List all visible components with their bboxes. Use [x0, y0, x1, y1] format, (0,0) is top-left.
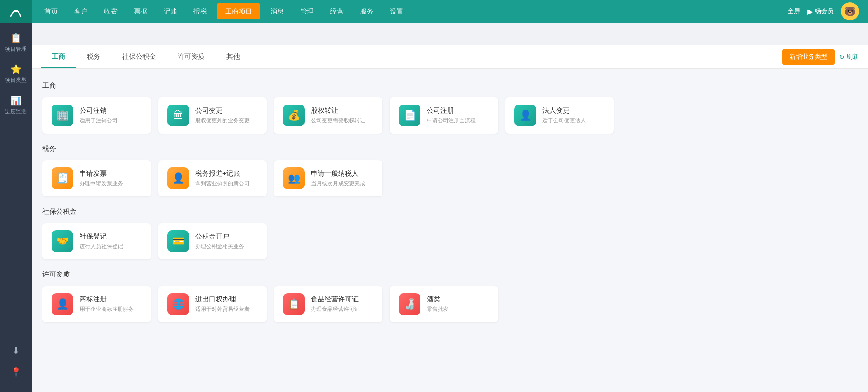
left-sidebar: 📋项目管理⭐项目类型📊进度监测 ⬇📍 — [0, 23, 32, 392]
card-3-0[interactable]: 👤 商标注册 用于企业商标注册服务 — [42, 286, 151, 322]
sidebar-bottom-item-1[interactable]: 📍 — [0, 361, 32, 383]
card-1-1[interactable]: 👤 税务报道+记账 拿到营业执照的新公司 — [158, 160, 267, 196]
card-desc-1-0: 办理申请发票业务 — [80, 180, 123, 187]
card-desc-0-2: 公司变更需要股权转让 — [311, 117, 365, 124]
card-text-1-0: 申请发票 办理申请发票业务 — [80, 169, 123, 187]
card-desc-0-4: 适于公司变更法人 — [542, 117, 586, 124]
nav-item-设置[interactable]: 设置 — [382, 0, 411, 23]
card-desc-2-1: 办理公积金相关业务 — [195, 243, 244, 250]
nav-item-报税[interactable]: 报税 — [185, 0, 215, 23]
nav-item-经营[interactable]: 经营 — [322, 0, 352, 23]
card-2-1[interactable]: 💳 公积金开户 办理公积金相关业务 — [158, 223, 267, 259]
sidebar-item-0[interactable]: 📋项目管理 — [5, 27, 27, 58]
card-icon-1-1: 👤 — [167, 167, 189, 189]
card-desc-0-0: 适用于注销公司 — [80, 117, 118, 124]
card-title-1-0: 申请发票 — [80, 169, 123, 178]
card-0-3[interactable]: 📄 公司注册 申请公司注册全流程 — [390, 97, 498, 134]
nav-item-工商项目[interactable]: 工商项目 — [217, 3, 260, 19]
card-1-0[interactable]: 🧾 申请发票 办理申请发票业务 — [42, 160, 151, 196]
nav-item-票据[interactable]: 票据 — [126, 0, 156, 23]
card-0-1[interactable]: 🏛 公司变更 股权变更外的业务变更 — [158, 97, 267, 134]
card-title-0-4: 法人变更 — [542, 106, 586, 115]
card-icon-0-4: 👤 — [514, 105, 536, 126]
fullscreen-icon: ⛶ — [778, 7, 786, 15]
content-area: 工商 🏢 公司注销 适用于注销公司 🏛 公司变更 股权变更外的业务变更 💰 股权… — [32, 69, 868, 392]
sidebar-item-2[interactable]: 📊进度监测 — [5, 90, 27, 121]
card-1-2[interactable]: 👥 申请一般纳税人 当月或次月成变更完成 — [274, 160, 382, 196]
cards-grid-0: 🏢 公司注销 适用于注销公司 🏛 公司变更 股权变更外的业务变更 💰 股权转让 … — [42, 97, 857, 134]
card-0-0[interactable]: 🏢 公司注销 适用于注销公司 — [42, 97, 151, 134]
card-icon-1-0: 🧾 — [52, 167, 73, 189]
member-label: 畅会员 — [815, 7, 834, 15]
sidebar-label-0: 项目管理 — [5, 45, 27, 53]
nav-item-记账[interactable]: 记账 — [156, 0, 185, 23]
card-icon-3-2: 📋 — [283, 293, 305, 315]
card-3-1[interactable]: 🌐 进出口权办理 适用于对外贸易经营者 — [158, 286, 267, 322]
nav-item-管理[interactable]: 管理 — [292, 0, 322, 23]
card-icon-3-0: 👤 — [52, 293, 73, 315]
sidebar-bottom-icon-0: ⬇ — [12, 345, 20, 356]
card-3-2[interactable]: 📋 食品经营许可证 办理食品经营许可证 — [274, 286, 382, 322]
fullscreen-button[interactable]: ⛶ 全屏 — [778, 7, 800, 15]
card-text-2-1: 公积金开户 办理公积金相关业务 — [195, 232, 244, 250]
card-title-3-1: 进出口权办理 — [195, 295, 250, 304]
card-icon-0-2: 💰 — [283, 105, 305, 126]
sidebar-bottom: ⬇📍 — [0, 339, 32, 392]
nav-item-服务[interactable]: 服务 — [352, 0, 382, 23]
card-text-1-1: 税务报道+记账 拿到营业执照的新公司 — [195, 169, 250, 187]
sidebar-bottom-item-0[interactable]: ⬇ — [0, 339, 32, 361]
section-title-0: 工商 — [42, 81, 857, 90]
tab-许可资质[interactable]: 许可资质 — [167, 45, 216, 68]
nav-right: ⛶ 全屏 ▶ 畅会员 🐻 — [778, 2, 868, 20]
add-business-type-button[interactable]: 新增业务类型 — [782, 49, 835, 65]
card-icon-3-1: 🌐 — [167, 293, 189, 315]
card-icon-1-2: 👥 — [283, 167, 305, 189]
card-text-3-3: 酒类 零售批发 — [427, 295, 448, 313]
card-title-1-2: 申请一般纳税人 — [311, 169, 365, 178]
card-icon-2-0: 🤝 — [52, 230, 73, 252]
tabs: 工商税务社保公积金许可资质其他 — [41, 45, 251, 68]
main-content: 工商税务社保公积金许可资质其他 新增业务类型 ↻ 刷新 工商 🏢 公司注销 适用… — [32, 45, 868, 392]
card-title-3-3: 酒类 — [427, 295, 448, 304]
tab-税务[interactable]: 税务 — [76, 45, 111, 68]
tab-社保公积金[interactable]: 社保公积金 — [111, 45, 167, 68]
cards-grid-2: 🤝 社保登记 进行人员社保登记 💳 公积金开户 办理公积金相关业务 — [42, 223, 857, 259]
refresh-button[interactable]: ↻ 刷新 — [839, 53, 859, 61]
sidebar-icon-0: 📋 — [10, 33, 22, 43]
top-navigation: 首页客户收费票据记账报税工商项目消息管理经营服务设置 ⛶ 全屏 ▶ 畅会员 🐻 — [0, 0, 868, 23]
nav-item-消息[interactable]: 消息 — [262, 0, 292, 23]
card-text-3-1: 进出口权办理 适用于对外贸易经营者 — [195, 295, 250, 313]
tab-工商[interactable]: 工商 — [41, 45, 76, 68]
sidebar-label-2: 进度监测 — [5, 108, 27, 115]
card-desc-3-2: 办理食品经营许可证 — [311, 306, 360, 313]
card-desc-1-1: 拿到营业执照的新公司 — [195, 180, 250, 187]
avatar[interactable]: 🐻 — [841, 2, 859, 20]
cards-grid-1: 🧾 申请发票 办理申请发票业务 👤 税务报道+记账 拿到营业执照的新公司 👥 申… — [42, 160, 857, 196]
card-2-0[interactable]: 🤝 社保登记 进行人员社保登记 — [42, 223, 151, 259]
sidebar-icon-1: ⭐ — [10, 64, 22, 75]
card-text-2-0: 社保登记 进行人员社保登记 — [80, 232, 123, 250]
member-button[interactable]: ▶ 畅会员 — [807, 7, 834, 16]
nav-items: 首页客户收费票据记账报税工商项目消息管理经营服务设置 — [32, 0, 778, 23]
card-3-3[interactable]: 🍶 酒类 零售批发 — [390, 286, 498, 322]
card-0-4[interactable]: 👤 法人变更 适于公司变更法人 — [505, 97, 614, 134]
card-title-0-3: 公司注册 — [427, 106, 476, 115]
card-desc-3-1: 适用于对外贸易经营者 — [195, 306, 250, 313]
card-text-0-4: 法人变更 适于公司变更法人 — [542, 106, 586, 124]
card-text-0-1: 公司变更 股权变更外的业务变更 — [195, 106, 250, 124]
card-0-2[interactable]: 💰 股权转让 公司变更需要股权转让 — [274, 97, 382, 134]
section-title-3: 许可资质 — [42, 270, 857, 279]
card-title-3-0: 商标注册 — [80, 295, 134, 304]
nav-item-首页[interactable]: 首页 — [36, 0, 66, 23]
sidebar-item-1[interactable]: ⭐项目类型 — [5, 58, 27, 90]
card-desc-0-3: 申请公司注册全流程 — [427, 117, 476, 124]
sidebar-bottom-icon-1: 📍 — [10, 367, 22, 378]
card-icon-0-0: 🏢 — [52, 105, 73, 126]
nav-item-收费[interactable]: 收费 — [96, 0, 126, 23]
nav-item-客户[interactable]: 客户 — [66, 0, 96, 23]
card-icon-0-3: 📄 — [399, 105, 420, 126]
card-title-2-1: 公积金开户 — [195, 232, 244, 241]
tab-其他[interactable]: 其他 — [216, 45, 251, 68]
card-title-3-2: 食品经营许可证 — [311, 295, 360, 304]
section-title-2: 社保公积金 — [42, 207, 857, 216]
